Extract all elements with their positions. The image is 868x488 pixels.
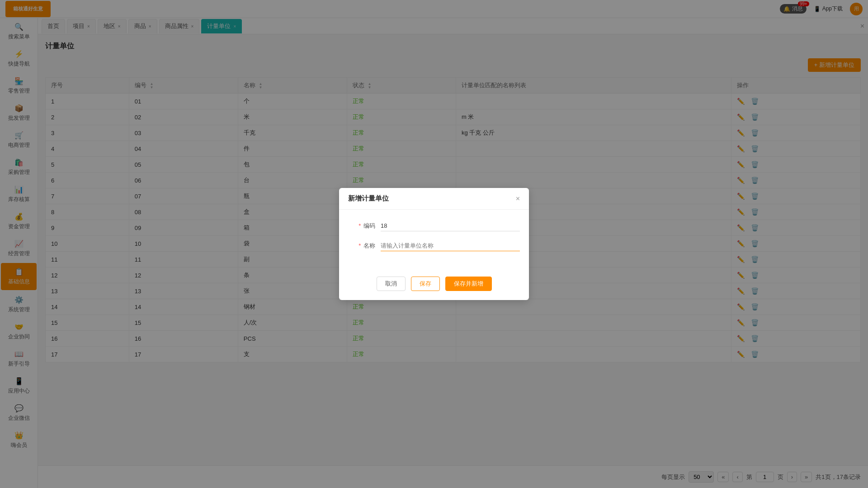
modal-overlay: 新增计量单位 × * 编码 * 名称 取消 保存 保存并新增 <box>0 0 868 488</box>
code-required: * <box>359 222 361 229</box>
modal-footer: 取消 保存 保存并新增 <box>339 271 529 300</box>
code-input[interactable] <box>381 221 520 231</box>
name-form-row: * 名称 <box>348 240 520 251</box>
modal-body: * 编码 * 名称 <box>339 210 529 271</box>
name-input[interactable] <box>381 240 520 251</box>
name-required: * <box>359 242 361 249</box>
name-label-text: 名称 <box>363 242 375 249</box>
modal-header: 新增计量单位 × <box>339 188 529 210</box>
code-form-row: * 编码 <box>348 221 520 231</box>
modal-title: 新增计量单位 <box>348 194 389 203</box>
modal-close-button[interactable]: × <box>516 195 520 203</box>
code-label-text: 编码 <box>363 222 375 229</box>
save-button[interactable]: 保存 <box>411 277 440 291</box>
name-label: * 名称 <box>348 242 375 250</box>
cancel-button[interactable]: 取消 <box>377 277 406 291</box>
code-label: * 编码 <box>348 222 375 230</box>
save-and-add-button[interactable]: 保存并新增 <box>445 277 492 291</box>
add-unit-modal: 新增计量单位 × * 编码 * 名称 取消 保存 保存并新增 <box>339 188 529 300</box>
